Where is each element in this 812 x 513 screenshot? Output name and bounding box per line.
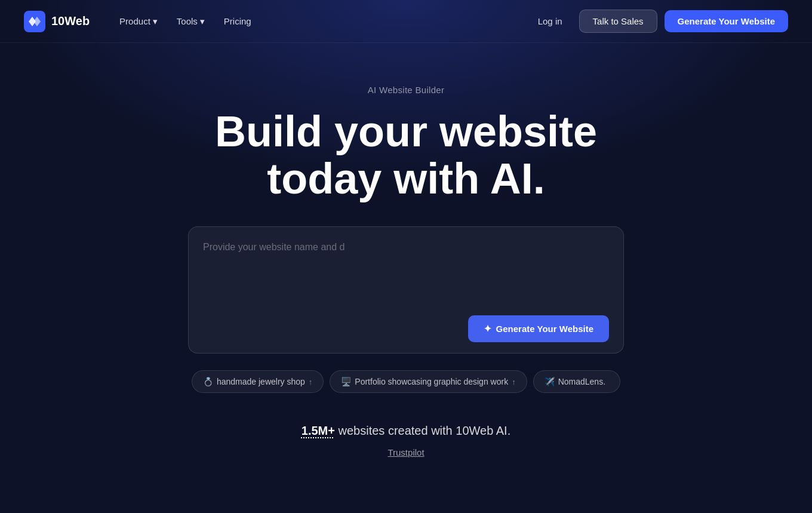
generate-website-nav-button[interactable]: Generate Your Website xyxy=(665,10,788,32)
hero-section: AI Website Builder Build your website to… xyxy=(0,43,812,458)
pill-text-0: handmade jewelry shop xyxy=(217,377,305,386)
logo-text: 10Web xyxy=(51,14,90,28)
nav-pricing[interactable]: Pricing xyxy=(216,11,260,31)
chevron-down-icon: ▾ xyxy=(200,16,205,27)
website-input-box: ✦ Generate Your Website xyxy=(188,226,624,354)
pill-arrow-0: ↑ xyxy=(309,377,313,386)
generate-website-main-button[interactable]: ✦ Generate Your Website xyxy=(468,315,609,342)
nav-links: Product ▾ Tools ▾ Pricing xyxy=(111,11,260,32)
login-button[interactable]: Log in xyxy=(528,11,572,31)
hero-title: Build your website today with AI. xyxy=(215,108,597,202)
talk-to-sales-button[interactable]: Talk to Sales xyxy=(579,10,657,33)
suggestion-pill-1[interactable]: 🖥️ Portfolio showcasing graphic design w… xyxy=(330,370,527,393)
nav-product[interactable]: Product ▾ xyxy=(111,11,166,32)
suggestion-pill-0[interactable]: 💍 handmade jewelry shop ↑ xyxy=(192,370,324,393)
logo[interactable]: 10Web xyxy=(24,11,90,32)
input-footer: ✦ Generate Your Website xyxy=(203,315,609,342)
pill-text-2: NomadLens. xyxy=(558,377,605,386)
stats-text: 1.5M+ websites created with 10Web AI. xyxy=(302,424,510,438)
suggestion-pills: 💍 handmade jewelry shop ↑ 🖥️ Portfolio s… xyxy=(12,370,800,393)
pill-emoji-0: 💍 xyxy=(203,377,213,386)
suggestion-pill-2[interactable]: ✈️ NomadLens. xyxy=(533,370,620,393)
pill-emoji-2: ✈️ xyxy=(545,377,555,386)
pill-text-1: Portfolio showcasing graphic design work xyxy=(355,377,508,386)
nav-tools[interactable]: Tools ▾ xyxy=(168,11,213,32)
nav-right: Log in Talk to Sales Generate Your Websi… xyxy=(528,10,788,33)
pill-arrow-1: ↑ xyxy=(512,377,516,386)
nav-left: 10Web Product ▾ Tools ▾ Pricing xyxy=(24,11,260,32)
website-description-textarea[interactable] xyxy=(203,240,609,306)
chevron-down-icon: ▾ xyxy=(153,16,158,27)
stats-section: 1.5M+ websites created with 10Web AI. Tr… xyxy=(302,424,510,458)
sparkle-icon: ✦ xyxy=(484,323,491,334)
stats-number: 1.5M+ xyxy=(302,424,335,437)
navbar: 10Web Product ▾ Tools ▾ Pricing Log in T… xyxy=(0,0,812,43)
hero-badge: AI Website Builder xyxy=(368,85,445,95)
pill-emoji-1: 🖥️ xyxy=(341,377,351,386)
trustpilot-link[interactable]: Trustpilot xyxy=(387,447,424,457)
